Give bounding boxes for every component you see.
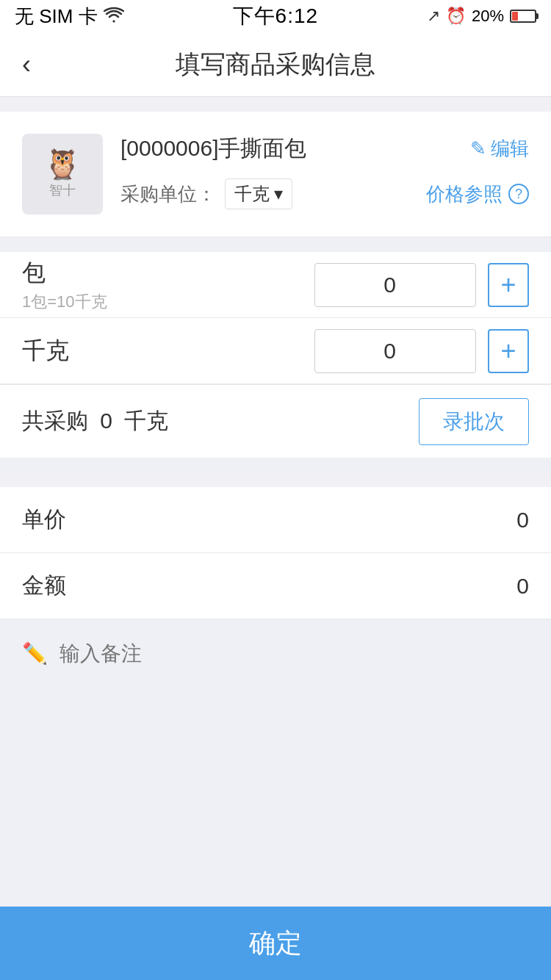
- help-icon: ?: [508, 184, 529, 204]
- amount-label: 金额: [22, 571, 66, 601]
- bag-plus-icon: +: [500, 270, 516, 300]
- amount-value: 0: [516, 574, 529, 599]
- edit-label: 编辑: [491, 136, 529, 162]
- bag-input-row: 包 1包=10千克 +: [0, 252, 551, 318]
- purchase-unit-label: 采购单位：: [120, 181, 216, 207]
- battery-indicator: [510, 10, 536, 23]
- total-label: 共采购 0 千克: [22, 406, 168, 436]
- section-separator-2: [0, 458, 551, 472]
- bag-input[interactable]: [314, 263, 476, 307]
- unit-dropdown-icon: ▾: [274, 184, 283, 204]
- bag-label: 包: [22, 257, 118, 289]
- price-reference-button[interactable]: 价格参照 ?: [426, 181, 529, 207]
- back-button[interactable]: ‹: [22, 49, 31, 80]
- product-thumbnail: 🦉 智十: [22, 134, 103, 215]
- price-section: 单价 0 金额 0: [0, 487, 551, 619]
- kg-label: 千克: [22, 335, 118, 367]
- pencil-icon: ✏️: [22, 641, 48, 666]
- empty-area: [0, 688, 551, 907]
- nav-bar: ‹ 填写商品采购信息: [0, 32, 551, 97]
- product-logo-icon: 🦉: [44, 149, 81, 179]
- back-icon: ‹: [22, 49, 31, 79]
- product-card: 🦉 智十 [0000006]手撕面包 ✎ 编辑 采购单位： 千克 ▾: [0, 112, 551, 237]
- total-unit: 千克: [124, 408, 168, 433]
- unit-value: 千克: [234, 182, 270, 206]
- wifi-icon: [104, 5, 124, 28]
- alarm-icon: ⏰: [446, 7, 466, 26]
- kg-input-row: 千克 +: [0, 318, 551, 384]
- quantity-input-section: 包 1包=10千克 + 千克 +: [0, 252, 551, 458]
- unit-select[interactable]: 千克 ▾: [225, 179, 292, 209]
- carrier-text: 无 SIM 卡: [15, 4, 98, 29]
- page-title: 填写商品采购信息: [176, 48, 375, 82]
- unit-price-label: 单价: [22, 505, 66, 535]
- bag-plus-button[interactable]: +: [488, 263, 529, 307]
- confirm-button[interactable]: 确定: [0, 907, 551, 980]
- product-info: [0000006]手撕面包 ✎ 编辑 采购单位： 千克 ▾ 价格参照: [120, 134, 529, 209]
- kg-plus-icon: +: [500, 336, 516, 367]
- edit-button[interactable]: ✎ 编辑: [470, 136, 529, 162]
- total-section: 共采购 0 千克 录批次: [0, 384, 551, 458]
- edit-icon: ✎: [470, 137, 486, 160]
- product-name: [0000006]手撕面包: [120, 134, 306, 164]
- amount-row: 金额 0: [0, 553, 551, 619]
- location-icon: ↗: [427, 7, 440, 26]
- total-value: 0: [100, 408, 112, 433]
- kg-input[interactable]: [314, 329, 476, 373]
- bag-sub-label: 1包=10千克: [22, 291, 118, 313]
- section-separator: [0, 237, 551, 252]
- status-time: 下午6:12: [233, 2, 319, 30]
- status-bar: 无 SIM 卡 下午6:12 ↗ ⏰ 20%: [0, 0, 551, 32]
- brand-text: 智十: [49, 181, 76, 199]
- record-batch-button[interactable]: 录批次: [419, 398, 529, 445]
- battery-percent: 20%: [472, 7, 504, 26]
- unit-price-row: 单价 0: [0, 487, 551, 553]
- price-ref-label: 价格参照: [426, 181, 503, 207]
- remark-section: ✏️: [0, 619, 551, 688]
- unit-price-value: 0: [516, 508, 529, 533]
- kg-plus-button[interactable]: +: [488, 329, 529, 373]
- remark-input[interactable]: [60, 642, 529, 666]
